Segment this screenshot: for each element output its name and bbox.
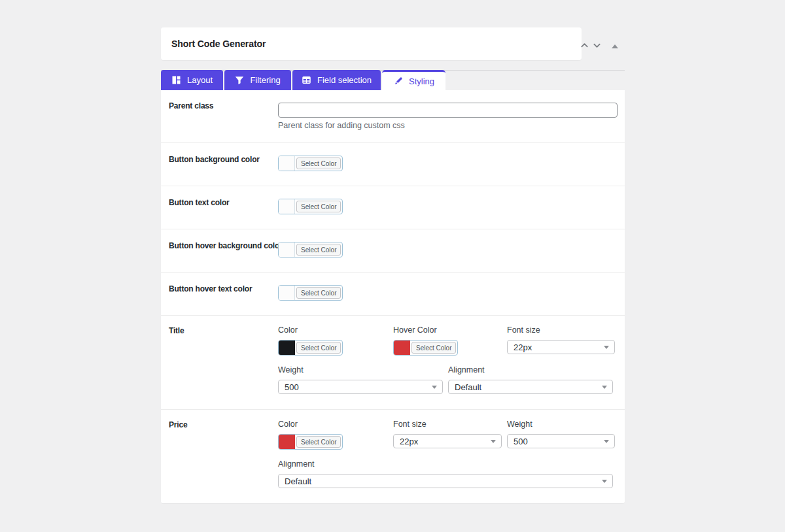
select-color-label: Select Color <box>296 436 341 448</box>
select-color-label: Select Color <box>296 201 341 212</box>
layout-grid-icon <box>171 75 181 85</box>
price-weight-group: Weight 500 <box>507 420 618 452</box>
title-section-label: Title <box>169 325 278 409</box>
field-row-button-hover-text-color: Button hover text color Select Color <box>161 273 625 316</box>
selected-value: 500 <box>514 437 528 446</box>
price-alignment-group: Alignment Default <box>278 459 618 488</box>
select-color-label: Select Color <box>296 287 341 299</box>
price-section-fields: Color Select Color Font size 22px <box>278 420 618 503</box>
tab-layout[interactable]: Layout <box>161 70 223 90</box>
title-font-size-label: Font size <box>507 325 618 335</box>
wp-admin-screen: Short Code Generator Layout <box>0 0 785 532</box>
selected-value: Default <box>285 476 311 486</box>
button-hover-background-color-field-group: Select Color <box>278 241 618 272</box>
field-row-button-background-color: Button background color Select Color <box>161 143 625 186</box>
button-background-color-label: Button background color <box>169 154 278 186</box>
color-swatch <box>279 286 295 300</box>
parent-class-label: Parent class <box>169 101 278 142</box>
title-alignment-group: Alignment Default <box>448 365 613 394</box>
price-font-size-group: Font size 22px <box>393 420 507 452</box>
title-weight-select[interactable]: 500 <box>278 380 443 394</box>
page-title: Short Code Generator <box>171 39 266 49</box>
dropdown-caret-icon <box>602 480 607 483</box>
title-font-size-group: Font size 22px <box>507 325 618 357</box>
price-weight-label: Weight <box>507 420 618 429</box>
button-hover-background-color-label: Button hover background color <box>169 241 278 272</box>
field-row-title: Title Color Select Color Hover Color <box>161 316 625 410</box>
field-row-button-hover-background-color: Button hover background color Select Col… <box>161 229 625 273</box>
title-weight-group: Weight 500 <box>278 365 443 394</box>
title-hover-color-label: Hover Color <box>393 325 507 335</box>
selected-value: 22px <box>514 342 532 352</box>
button-hover-text-color-picker[interactable]: Select Color <box>278 285 343 301</box>
title-color-group: Color Select Color <box>278 325 393 357</box>
metabox-controls <box>578 40 620 53</box>
chevron-up-icon <box>580 41 589 52</box>
tab-label: Filtering <box>250 75 280 85</box>
move-down-button[interactable] <box>591 40 603 53</box>
title-fields-row-2: Weight 500 Alignment Default <box>278 365 618 394</box>
tab-styling[interactable]: Styling <box>382 70 445 90</box>
title-weight-label: Weight <box>278 365 443 374</box>
color-swatch <box>279 242 295 257</box>
title-alignment-label: Alignment <box>448 365 613 374</box>
shortcode-generator-box: Layout Filtering Field selection Styling <box>161 70 625 503</box>
parent-class-input[interactable] <box>278 103 618 118</box>
select-color-label: Select Color <box>296 158 341 169</box>
tab-label: Styling <box>409 76 434 86</box>
button-text-color-picker[interactable]: Select Color <box>278 199 343 214</box>
button-hover-text-color-label: Button hover text color <box>169 284 278 315</box>
collapse-toggle-button[interactable] <box>610 43 620 50</box>
price-font-size-label: Font size <box>393 420 507 429</box>
title-hover-color-picker[interactable]: Select Color <box>393 340 458 356</box>
tab-filtering[interactable]: Filtering <box>224 70 291 90</box>
chevron-down-icon <box>593 41 601 52</box>
title-color-picker[interactable]: Select Color <box>278 340 343 356</box>
price-color-group: Color Select Color <box>278 420 393 452</box>
tab-field-selection[interactable]: Field selection <box>292 70 381 90</box>
price-alignment-select[interactable]: Default <box>278 474 613 488</box>
price-color-label: Color <box>278 420 393 429</box>
field-row-price: Price Color Select Color Font size <box>161 410 625 503</box>
price-color-picker[interactable]: Select Color <box>278 434 343 450</box>
dropdown-caret-icon <box>604 440 609 443</box>
title-section-fields: Color Select Color Hover Color Select Co… <box>278 325 618 409</box>
select-color-label: Select Color <box>296 342 341 354</box>
price-section-label: Price <box>169 420 278 503</box>
price-weight-select[interactable]: 500 <box>507 434 615 448</box>
move-up-button[interactable] <box>578 40 591 53</box>
field-row-parent-class: Parent class Parent class for adding cus… <box>161 90 625 143</box>
dropdown-caret-icon <box>604 346 609 349</box>
title-alignment-select[interactable]: Default <box>448 380 613 394</box>
tab-label: Layout <box>187 75 213 85</box>
color-swatch <box>279 435 295 449</box>
styling-panel: Parent class Parent class for adding cus… <box>161 90 625 503</box>
select-color-label: Select Color <box>411 342 456 354</box>
button-hover-background-color-picker[interactable]: Select Color <box>278 242 343 258</box>
title-color-label: Color <box>278 325 393 335</box>
selected-value: 500 <box>285 382 299 392</box>
button-background-color-picker[interactable]: Select Color <box>278 156 343 171</box>
color-swatch <box>279 341 295 355</box>
button-text-color-field-group: Select Color <box>278 197 618 229</box>
title-font-size-select[interactable]: 22px <box>507 340 615 354</box>
parent-class-help-text: Parent class for adding custom css <box>278 121 618 130</box>
tab-bar: Layout Filtering Field selection Styling <box>161 70 625 90</box>
price-alignment-label: Alignment <box>278 459 618 469</box>
tab-label: Field selection <box>317 75 372 85</box>
parent-class-field-group: Parent class for adding custom css <box>278 101 618 142</box>
paint-brush-icon <box>393 76 403 86</box>
metabox-header: Short Code Generator <box>161 27 582 60</box>
button-background-color-field-group: Select Color <box>278 154 618 186</box>
price-font-size-select[interactable]: 22px <box>393 434 502 448</box>
price-fields-row-1: Color Select Color Font size 22px <box>278 420 618 452</box>
button-text-color-label: Button text color <box>169 197 278 229</box>
table-icon <box>302 75 311 85</box>
color-swatch <box>394 341 410 355</box>
button-hover-text-color-field-group: Select Color <box>278 284 618 315</box>
title-fields-row-1: Color Select Color Hover Color Select Co… <box>278 325 618 357</box>
dropdown-caret-icon <box>602 386 607 389</box>
selected-value: 22px <box>400 437 418 446</box>
select-color-label: Select Color <box>296 244 341 256</box>
dropdown-caret-icon <box>432 386 437 389</box>
